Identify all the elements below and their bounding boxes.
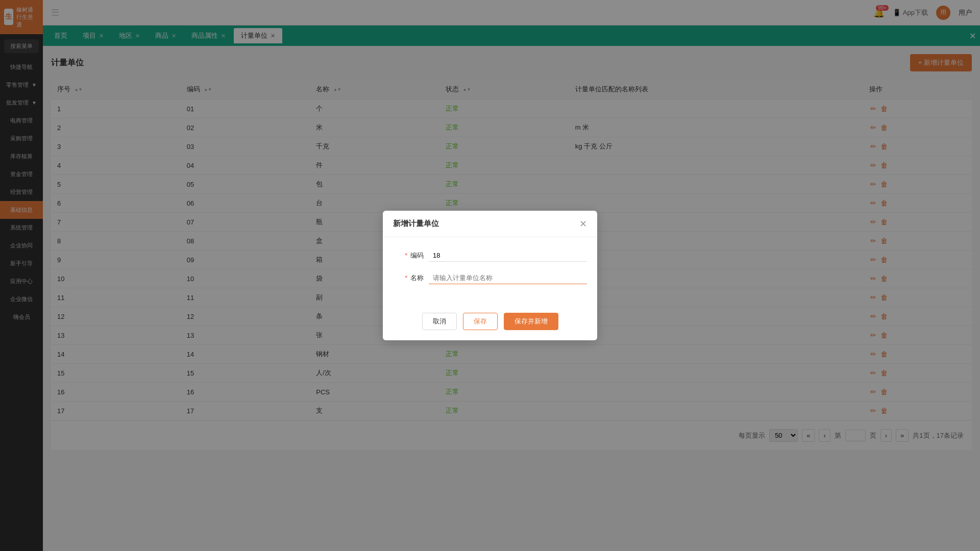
modal-title: 新增计量单位 [393,219,439,229]
modal-header: 新增计量单位 ✕ [383,211,597,237]
modal-close-button[interactable]: ✕ [579,219,587,229]
code-field-label: 编码 [410,252,424,259]
name-input[interactable] [429,272,587,284]
code-input[interactable] [429,249,587,262]
required-mark: * [405,274,407,282]
modal-overlay[interactable]: 新增计量单位 ✕ * 编码 * 名称 取消 保存 保存并新增 [0,0,980,551]
required-mark: * [405,252,407,259]
form-row-code: * 编码 [393,249,587,262]
code-label: * 编码 [393,251,424,260]
modal-footer: 取消 保存 保存并新增 [383,307,597,340]
form-row-name: * 名称 [393,272,587,284]
modal-body: * 编码 * 名称 [383,237,597,307]
save-button[interactable]: 保存 [463,313,498,330]
name-field-label: 名称 [410,274,424,282]
add-unit-modal: 新增计量单位 ✕ * 编码 * 名称 取消 保存 保存并新增 [383,211,597,340]
name-label: * 名称 [393,273,424,283]
cancel-button[interactable]: 取消 [422,313,457,330]
save-and-new-button[interactable]: 保存并新增 [504,313,558,330]
